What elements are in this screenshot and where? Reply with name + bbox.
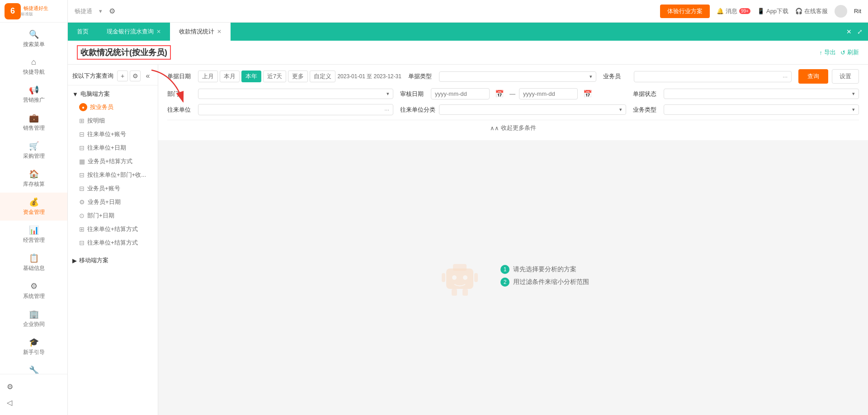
scheme-item-staff[interactable]: ● 按业务员 [68, 100, 158, 114]
tab-bank-flow[interactable]: 现金银行流水查询 ✕ [98, 23, 170, 41]
date-btn-this-month[interactable]: 本月 [220, 71, 240, 82]
review-date-to-input[interactable] [519, 88, 578, 99]
sidebar-item-quicknav[interactable]: ⌂ 快捷导航 [0, 53, 67, 80]
window-close-btn[interactable]: ✕ [845, 28, 853, 35]
user-avatar[interactable] [835, 5, 847, 18]
topbar-settings-icon[interactable]: ⚙ [109, 7, 115, 15]
app-download-area[interactable]: 📱 App下载 [757, 7, 788, 15]
partner-type-select[interactable]: ▾ [439, 104, 626, 115]
export-button[interactable]: ↑ 导出 [820, 48, 836, 57]
sidebar-item-hardware[interactable]: 🔧 智能硬件 [0, 361, 67, 374]
filter-date-item: 单据日期 上月 本月 本年 近7天 更多 自定义 2023-01-01 至 20… [167, 71, 401, 82]
dept-select[interactable]: ▾ [198, 89, 393, 99]
scheme-settings-btn[interactable]: ⚙ [130, 71, 141, 81]
filter-doc-status-item: 单据状态 ▾ [633, 89, 859, 99]
newbie-icon: 🎓 [29, 337, 39, 347]
doc-status-select[interactable]: ▾ [664, 89, 859, 99]
date-btn-this-year[interactable]: 本年 [241, 71, 261, 82]
doc-type-select[interactable]: ▾ [439, 71, 597, 82]
sidebar-item-sales-label: 销售管理 [23, 124, 45, 132]
tab-bank-flow-close[interactable]: ✕ [156, 28, 161, 35]
refresh-label: 刷新 [847, 48, 859, 57]
message-area[interactable]: 🔔 消息 99+ [717, 7, 750, 15]
scheme-item-partner-dept[interactable]: ⊟ 按往来单位+部门+收... [68, 168, 158, 182]
empty-content-area: 1 请先选择要分析的方案 2 用过滤条件来缩小分析范围 [158, 140, 868, 415]
scheme-item-detail[interactable]: ⊞ 按明细 [68, 114, 158, 127]
basic-icon: 📋 [29, 253, 39, 263]
sidebar-item-enterprise[interactable]: 🏢 企业协同 [0, 305, 67, 333]
sidebar-item-enterprise-label: 企业协同 [23, 321, 45, 328]
staff-scheme-label: 按业务员 [90, 103, 113, 111]
logo-text-area: 畅捷通好生 标准版 [21, 5, 48, 17]
filter-staff-item: 业务员 ··· [603, 71, 792, 82]
sidebar-item-basic[interactable]: 📋 基础信息 [0, 249, 67, 277]
sidebar-item-marketing[interactable]: 📢 营销推广 [0, 80, 67, 108]
tab-collection-stats[interactable]: 收款情况统计 ✕ [170, 23, 231, 41]
tab-home[interactable]: 首页 [68, 23, 98, 41]
scheme-item-partner-date[interactable]: ⊟ 往来单位+日期 [68, 141, 158, 155]
megaphone-icon: 📢 [29, 85, 39, 95]
staff-date-icon: ⚙ [79, 198, 85, 206]
desktop-section-arrow: ▼ [72, 91, 78, 98]
sidebar-item-inventory-label: 库存核算 [23, 180, 45, 188]
partner-settle2-icon: ⊟ [79, 239, 85, 246]
sidebar-collapse-btn[interactable]: ◁ [0, 395, 67, 410]
sidebar-item-inventory[interactable]: 🏠 库存核算 [0, 165, 67, 193]
sidebar-item-basic-label: 基础信息 [23, 264, 45, 272]
sidebar-item-newbie[interactable]: 🎓 新手引导 [0, 333, 67, 361]
page-header-actions: ↑ 导出 ↺ 刷新 [820, 48, 859, 57]
online-service-area[interactable]: 🎧 在线客服 [795, 7, 828, 15]
staff-account-label: 业务员+账号 [87, 184, 120, 193]
sidebar-item-finance[interactable]: 💰 资金管理 [0, 193, 67, 221]
sidebar-item-operation[interactable]: 📊 经营管理 [0, 221, 67, 249]
trial-button[interactable]: 体验行业方案 [660, 5, 710, 18]
sidebar-item-sales[interactable]: 💼 销售管理 [0, 108, 67, 137]
tab-bank-flow-label: 现金银行流水查询 [107, 28, 154, 36]
page-header: 收款情况统计(按业务员) ↑ 导出 ↺ 刷新 [68, 41, 868, 65]
partner-more-icon: ··· [384, 106, 389, 113]
sidebar-item-system[interactable]: ⚙ 系统管理 [0, 277, 67, 305]
date-btn-last-month[interactable]: 上月 [198, 71, 218, 82]
msg-label: 消息 [726, 7, 737, 15]
sidebar-item-search[interactable]: 🔍 搜索菜单 [0, 25, 67, 53]
scheme-add-btn[interactable]: + [117, 71, 128, 81]
date-btn-custom[interactable]: 自定义 [310, 71, 335, 82]
scheme-item-staff-date[interactable]: ⚙ 业务员+日期 [68, 195, 158, 209]
mobile-scheme-section: ▶ 移动端方案 [68, 252, 158, 269]
desktop-section-header[interactable]: ▼ 电脑端方案 [68, 88, 158, 100]
partner-settle2-label: 往来单位+结算方式 [87, 239, 138, 247]
refresh-button[interactable]: ↺ 刷新 [840, 48, 859, 57]
doc-type-label: 单据类型 [408, 72, 435, 80]
tip-1-text: 请先选择要分析的方案 [513, 265, 576, 274]
tab-collection-stats-close[interactable]: ✕ [217, 28, 222, 35]
doc-type-dropdown-icon: ▾ [590, 74, 592, 80]
window-expand-btn[interactable]: ⤢ [856, 28, 863, 35]
review-date-from-input[interactable] [431, 88, 490, 99]
date-btn-7days[interactable]: 近7天 [263, 71, 286, 82]
online-service-label: 在线客服 [804, 7, 828, 15]
scheme-collapse-btn[interactable]: « [142, 71, 153, 81]
mobile-section-header[interactable]: ▶ 移动端方案 [68, 254, 158, 267]
staff-select[interactable]: ··· [634, 71, 792, 82]
scheme-item-staff-settle[interactable]: ▦ 业务员+结算方式 [68, 155, 158, 168]
partner-select[interactable]: ··· [198, 104, 393, 115]
breadcrumb-dropdown-icon[interactable]: ▾ [99, 8, 102, 14]
sidebar-settings-btn[interactable]: ⚙ [0, 379, 67, 395]
sidebar-item-finance-label: 资金管理 [23, 208, 45, 216]
setting-button[interactable]: 设置 [832, 69, 859, 84]
biz-type-select[interactable]: ▾ [664, 104, 859, 115]
scheme-item-staff-account[interactable]: ⊟ 业务员+账号 [68, 182, 158, 195]
partner-account-icon: ⊟ [79, 131, 85, 138]
scheme-item-partner-settle1[interactable]: ⊞ 往来单位+结算方式 [68, 222, 158, 236]
scheme-item-partner-account[interactable]: ⊟ 往来单位+账号 [68, 127, 158, 141]
sidebar-item-purchase[interactable]: 🛒 采购管理 [0, 137, 67, 165]
date-btn-more[interactable]: 更多 [288, 71, 308, 82]
collapse-more-btn[interactable]: ∧∧ 收起更多条件 [167, 120, 859, 136]
partner-date-label: 往来单位+日期 [87, 144, 126, 152]
refresh-icon: ↺ [840, 49, 845, 56]
scheme-item-partner-settle2[interactable]: ⊟ 往来单位+结算方式 [68, 236, 158, 250]
empty-state-container: 1 请先选择要分析的方案 2 用过滤条件来缩小分析范围 [437, 255, 589, 300]
scheme-item-dept-date[interactable]: ⊙ 部门+日期 [68, 209, 158, 222]
query-button[interactable]: 查询 [798, 69, 828, 84]
svg-rect-5 [474, 273, 478, 282]
